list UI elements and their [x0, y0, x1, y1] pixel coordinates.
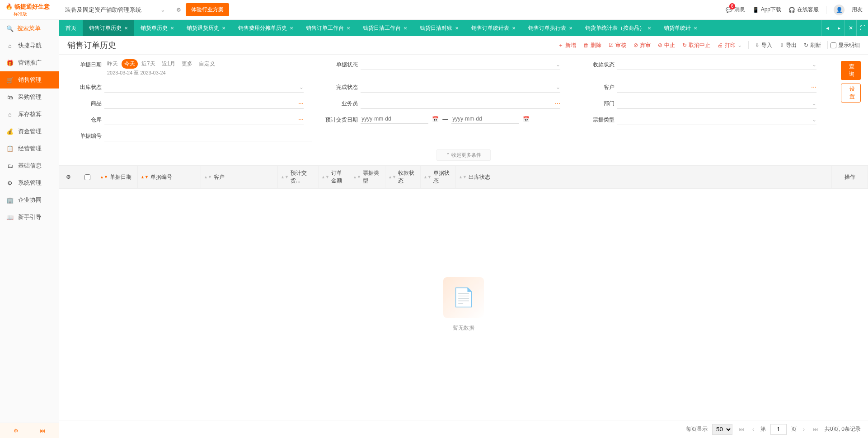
tab-6[interactable]: 钱货日清工作台✕ — [357, 20, 413, 36]
refresh-button[interactable]: ↻刷新 — [800, 42, 825, 49]
fullscreen-icon[interactable]: ⛶ — [856, 20, 868, 36]
calendar-icon[interactable]: 📅 — [523, 116, 530, 122]
gear-icon[interactable]: ⚙ — [176, 7, 181, 13]
tab-2[interactable]: 销货单历史✕ — [134, 20, 180, 36]
tab-close-all-icon[interactable]: ✕ — [845, 20, 856, 36]
outst-select[interactable]: ⌄ — [104, 82, 304, 93]
export-button[interactable]: ⇧导出 — [776, 42, 800, 49]
collapse-sidebar-icon[interactable]: ⏮ — [40, 428, 45, 434]
col-out[interactable]: ▲▼出库状态 — [456, 166, 832, 188]
sidebar-item-3[interactable]: 🛍采购管理 — [0, 89, 59, 106]
sidebar-item-7[interactable]: 🗂基础信息 — [0, 157, 59, 174]
settings-icon[interactable]: ⚙ — [14, 428, 19, 434]
collapse-filter-button[interactable]: ⌃ 收起更多条件 — [436, 149, 491, 161]
sidebar-item-0[interactable]: ⌂快捷导航 — [0, 37, 59, 54]
page-size-select[interactable]: 50 — [712, 424, 732, 435]
last-page-icon[interactable]: ⏭ — [811, 426, 820, 433]
close-icon[interactable]: ✕ — [290, 26, 293, 31]
close-icon[interactable]: ✕ — [347, 26, 350, 31]
sidebar-item-9[interactable]: 🏢企业协同 — [0, 191, 59, 209]
print-button[interactable]: 🖨打印 ⌄ — [714, 42, 746, 49]
recv-select[interactable]: ⌄ — [617, 59, 816, 70]
stop-button[interactable]: ⊘中止 — [654, 42, 679, 49]
cust-select[interactable]: ⋯ — [617, 82, 816, 93]
date-seg-4[interactable]: 更多 — [179, 59, 195, 69]
close-icon[interactable]: ✕ — [222, 26, 225, 31]
tab-9[interactable]: 销售订单执行表✕ — [522, 20, 579, 36]
close-icon[interactable]: ✕ — [124, 26, 128, 31]
sidebar-item-10[interactable]: 📖新手引导 — [0, 209, 59, 226]
col-date[interactable]: ▲▼单据日期 — [97, 166, 138, 188]
tab-11[interactable]: 销货单统计✕ — [657, 20, 704, 36]
support-button[interactable]: 🎧在线客服 — [788, 6, 819, 14]
discard-audit-button[interactable]: ⊘弃审 — [630, 42, 654, 49]
messages-button[interactable]: 💬消息6 — [726, 6, 745, 14]
sidebar-search[interactable]: 🔍 搜索菜单 — [0, 20, 59, 37]
close-icon[interactable]: ✕ — [647, 26, 651, 31]
page-input[interactable] — [770, 424, 787, 435]
close-icon[interactable]: ✕ — [455, 26, 459, 31]
date-seg-5[interactable]: 自定义 — [196, 59, 218, 69]
date-seg-2[interactable]: 近7天 — [139, 59, 158, 69]
date-seg-1[interactable]: 今天 — [122, 59, 138, 69]
tab-10[interactable]: 销货单统计表（按商品）✕ — [579, 20, 657, 36]
prev-page-icon[interactable]: ‹ — [751, 426, 756, 433]
dept-select[interactable]: ⌄ — [617, 98, 816, 109]
audit-button[interactable]: ☑审核 — [605, 42, 630, 49]
col-num[interactable]: ▲▼单据编号 — [138, 166, 201, 188]
tab-0[interactable]: 首页 — [59, 20, 83, 36]
col-recv[interactable]: ▲▼收款状态 — [385, 166, 421, 188]
add-button[interactable]: ＋新增 — [554, 42, 580, 49]
col-amt[interactable]: ▲▼订单金额 — [319, 166, 350, 188]
date-segment[interactable]: 昨天今天近7天近1月更多自定义 — [104, 59, 218, 69]
settings-button[interactable]: 设置 — [841, 84, 861, 103]
close-icon[interactable]: ✕ — [404, 26, 407, 31]
col-tick[interactable]: ▲▼票据类型 — [350, 166, 385, 188]
col-status[interactable]: ▲▼单据状态 — [421, 166, 456, 188]
tab-4[interactable]: 销售费用分摊单历史✕ — [232, 20, 300, 36]
sidebar-item-8[interactable]: ⚙系统管理 — [0, 174, 59, 191]
unstop-button[interactable]: ↻取消中止 — [679, 42, 714, 49]
app-download-button[interactable]: 📱App下载 — [752, 6, 781, 14]
sidebar-item-6[interactable]: 📋经营管理 — [0, 140, 59, 157]
select-all-checkbox[interactable] — [84, 174, 90, 180]
close-icon[interactable]: ✕ — [694, 26, 697, 31]
tick-select[interactable]: ⌄ — [617, 114, 816, 125]
experience-button[interactable]: 体验行业方案 — [186, 3, 229, 16]
store-select[interactable]: ⋯ — [104, 114, 304, 125]
tab-scroll-right-icon[interactable]: ▸ — [833, 20, 845, 36]
next-page-icon[interactable]: › — [801, 426, 807, 433]
sales-select[interactable]: ⋯ — [361, 98, 560, 109]
sidebar-item-4[interactable]: ⌂库存核算 — [0, 106, 59, 123]
sidebar-item-5[interactable]: 💰资金管理 — [0, 123, 59, 140]
date-seg-3[interactable]: 近1月 — [159, 59, 178, 69]
sidebar-item-2[interactable]: 🛒销售管理 — [0, 71, 59, 89]
col-deli[interactable]: ▲▼预计交货... — [278, 166, 319, 188]
col-cust[interactable]: ▲▼客户 — [201, 166, 278, 188]
close-icon[interactable]: ✕ — [512, 26, 516, 31]
import-button[interactable]: ⇩导入 — [751, 42, 776, 49]
first-page-icon[interactable]: ⏮ — [737, 426, 746, 433]
delete-button[interactable]: 🗑删除 — [580, 42, 605, 49]
tab-1[interactable]: 销售订单历史✕ — [83, 20, 134, 36]
deli-end-input[interactable] — [451, 114, 519, 124]
num-input[interactable] — [104, 130, 312, 141]
status-select[interactable]: ⌄ — [361, 59, 560, 70]
deli-start-input[interactable] — [361, 114, 428, 124]
close-icon[interactable]: ✕ — [170, 26, 174, 31]
sidebar-item-1[interactable]: 🎁营销推广 — [0, 54, 59, 71]
table-settings-icon[interactable]: ⚙ — [59, 166, 78, 188]
goods-select[interactable]: ⋯ — [104, 98, 304, 109]
close-icon[interactable]: ✕ — [569, 26, 572, 31]
date-seg-0[interactable]: 昨天 — [104, 59, 121, 69]
user-avatar[interactable]: 👤 — [834, 5, 845, 15]
tab-3[interactable]: 销货退货历史✕ — [180, 20, 232, 36]
app-selector[interactable]: 装备及固定资产辅助管理系统⌄ — [59, 6, 172, 14]
done-select[interactable]: ⌄ — [361, 82, 560, 93]
tab-7[interactable]: 钱货日清对账✕ — [413, 20, 465, 36]
tab-scroll-left-icon[interactable]: ◂ — [821, 20, 833, 36]
tab-8[interactable]: 销售订单统计表✕ — [465, 20, 522, 36]
tab-5[interactable]: 销售订单工作台✕ — [300, 20, 357, 36]
show-detail-checkbox[interactable]: 显示明细 — [830, 42, 860, 49]
calendar-icon[interactable]: 📅 — [432, 116, 439, 122]
